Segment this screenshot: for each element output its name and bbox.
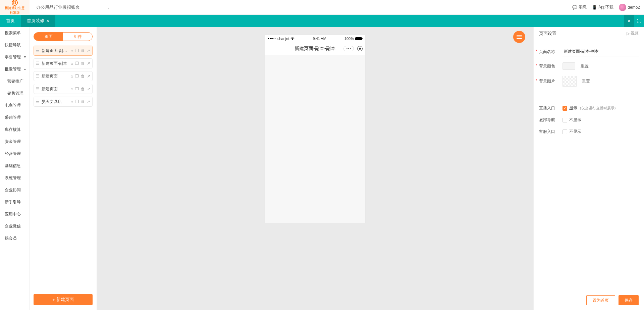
delete-icon[interactable]: 🗑 <box>81 74 85 79</box>
user-menu[interactable]: demo2 <box>619 4 640 11</box>
share-icon[interactable]: ↗ <box>87 87 90 91</box>
copy-icon[interactable]: ❐ <box>75 61 79 66</box>
home-icon[interactable]: ⌂ <box>71 48 73 53</box>
message-icon: 💬 <box>572 5 577 10</box>
home-icon[interactable]: ⌂ <box>71 74 73 79</box>
new-page-label: 新建页面 <box>56 297 74 303</box>
save-button[interactable]: 保存 <box>619 295 639 305</box>
copy-icon[interactable]: ❐ <box>75 74 79 79</box>
download-label: App下载 <box>598 4 613 10</box>
message-button[interactable]: 💬 消息 <box>572 4 587 10</box>
page-name-input[interactable] <box>562 47 639 56</box>
phone-status-bar: chanjet 9:41 AM 100% <box>265 35 365 42</box>
tab-decorate[interactable]: 首页装修 ✕ <box>21 15 55 27</box>
share-icon[interactable]: ↗ <box>87 74 90 79</box>
sidebar-item-5[interactable]: 销售管理 <box>0 87 29 99</box>
set-home-button[interactable]: 设为首页 <box>586 295 615 305</box>
drag-icon[interactable]: ☰ <box>36 99 40 104</box>
fullscreen-button[interactable]: ⛶ <box>634 15 644 27</box>
live-hint: (仅当进行直播时展示) <box>580 106 615 111</box>
page-item-0[interactable]: ☰新建页面-副本-...⌂❐🗑↗ <box>34 46 93 56</box>
page-list-panel: 页面 组件 ☰新建页面-副本-...⌂❐🗑↗☰新建页面-副本⌂❐🗑↗☰新建页面⌂… <box>30 27 97 310</box>
sidebar-item-13[interactable]: 企业协同 <box>0 184 29 196</box>
home-icon[interactable]: ⌂ <box>71 87 73 91</box>
bg-image-label: 背景图片 <box>539 79 559 84</box>
copy-icon[interactable]: ❐ <box>75 87 79 91</box>
sidebar-item-2[interactable]: 零售管理▼ <box>0 51 29 63</box>
delete-icon[interactable]: 🗑 <box>81 48 85 53</box>
sidebar-item-1[interactable]: 快捷导航 <box>0 39 29 51</box>
sidebar-item-14[interactable]: 新手引导 <box>0 196 29 208</box>
sidebar-item-3[interactable]: 批发管理▲ <box>0 63 29 75</box>
play-icon: ▷ <box>627 31 630 36</box>
account-select[interactable]: 办公用品行业模拟账套 ⌄ <box>36 4 110 10</box>
home-icon[interactable]: ⌂ <box>71 61 73 66</box>
drag-icon[interactable]: ☰ <box>36 61 40 66</box>
video-label: 视频 <box>631 31 639 36</box>
download-button[interactable]: 📱 App下载 <box>592 4 613 10</box>
delete-icon[interactable]: 🗑 <box>81 99 85 104</box>
drag-icon[interactable]: ☰ <box>36 87 40 91</box>
page-item-4[interactable]: ☰昊天文具店⌂❐🗑↗ <box>34 97 93 107</box>
sidebar-item-12[interactable]: 系统管理 <box>0 172 29 184</box>
phone-preview: chanjet 9:41 AM 100% 新建页面-副本-副本 <box>265 35 365 223</box>
component-panel-toggle[interactable] <box>513 31 525 43</box>
sidebar-item-4[interactable]: 营销推广 <box>0 75 29 87</box>
sidebar-item-15[interactable]: 应用中心 <box>0 208 29 220</box>
copy-icon[interactable]: ❐ <box>75 48 79 53</box>
page-item-3[interactable]: ☰新建页面⌂❐🗑↗ <box>34 84 93 94</box>
sidebar-item-11[interactable]: 基础信息 <box>0 160 29 172</box>
sidebar-item-17[interactable]: 畅会员 <box>0 232 29 244</box>
sidebar-item-0[interactable]: 搜索菜单 <box>0 27 29 39</box>
share-icon[interactable]: ↗ <box>87 61 90 66</box>
sidebar-item-8[interactable]: 库存核算 <box>0 123 29 136</box>
close-all-tabs-button[interactable]: ✕ <box>624 15 634 27</box>
account-select-label: 办公用品行业模拟账套 <box>36 4 80 10</box>
drag-icon[interactable]: ☰ <box>36 74 40 79</box>
phone-body[interactable] <box>265 55 365 223</box>
setting-bottom-nav: 底部导航 不显示 <box>539 117 639 123</box>
delete-icon[interactable]: 🗑 <box>81 87 85 91</box>
live-checkbox[interactable]: ✓ <box>562 106 567 111</box>
page-item-2[interactable]: ☰新建页面⌂❐🗑↗ <box>34 71 93 81</box>
bg-image-picker[interactable] <box>562 76 577 87</box>
page-item-1[interactable]: ☰新建页面-副本⌂❐🗑↗ <box>34 58 93 68</box>
settings-title: 页面设置 <box>539 31 556 37</box>
avatar <box>619 4 626 11</box>
drag-icon[interactable]: ☰ <box>36 48 40 53</box>
sidebar-item-7[interactable]: 采购管理 <box>0 111 29 123</box>
battery-icon <box>355 37 362 40</box>
bg-image-reset[interactable]: 重置 <box>582 79 590 84</box>
phone-icon: 📱 <box>592 5 597 10</box>
phone-page-title: 新建页面-副本-副本 <box>294 46 335 52</box>
bg-color-reset[interactable]: 重置 <box>581 63 589 69</box>
toggle-component[interactable]: 组件 <box>63 33 92 41</box>
logo[interactable]: b 畅捷通好生意 标准版 <box>0 0 30 15</box>
new-page-button[interactable]: + 新建页面 <box>34 294 93 305</box>
tab-home[interactable]: 首页 <box>0 15 21 27</box>
share-icon[interactable]: ↗ <box>87 99 90 104</box>
close-icon[interactable]: ✕ <box>46 19 49 23</box>
phone-time: 9:41 AM <box>313 37 326 41</box>
sidebar-item-9[interactable]: 资金管理 <box>0 136 29 148</box>
video-link[interactable]: ▷ 视频 <box>627 31 639 36</box>
delete-icon[interactable]: 🗑 <box>81 61 85 66</box>
bg-color-swatch[interactable] <box>562 62 575 70</box>
plus-icon: + <box>52 297 55 302</box>
content-area: 页面 组件 ☰新建页面-副本-...⌂❐🗑↗☰新建页面-副本⌂❐🗑↗☰新建页面⌂… <box>30 27 644 310</box>
wifi-icon <box>290 37 294 40</box>
sidebar-item-10[interactable]: 经营管理 <box>0 148 29 160</box>
nav-checkbox[interactable] <box>562 118 567 122</box>
setting-live-entry: 直播入口 ✓ 显示 (仅当进行直播时展示) <box>539 105 639 111</box>
cs-checkbox[interactable] <box>562 130 567 134</box>
copy-icon[interactable]: ❐ <box>75 99 79 104</box>
share-icon[interactable]: ↗ <box>87 48 90 53</box>
bg-color-label: 背景颜色 <box>539 63 559 69</box>
sidebar-item-6[interactable]: 电商管理 <box>0 99 29 111</box>
toggle-page[interactable]: 页面 <box>34 33 63 41</box>
sidebar-item-16[interactable]: 企业微信 <box>0 220 29 232</box>
page-items-list: ☰新建页面-副本-...⌂❐🗑↗☰新建页面-副本⌂❐🗑↗☰新建页面⌂❐🗑↗☰新建… <box>34 46 93 107</box>
home-icon[interactable]: ⌂ <box>71 99 73 104</box>
chevron-icon: ▼ <box>23 55 26 59</box>
settings-header: 页面设置 ▷ 视频 <box>534 27 644 40</box>
